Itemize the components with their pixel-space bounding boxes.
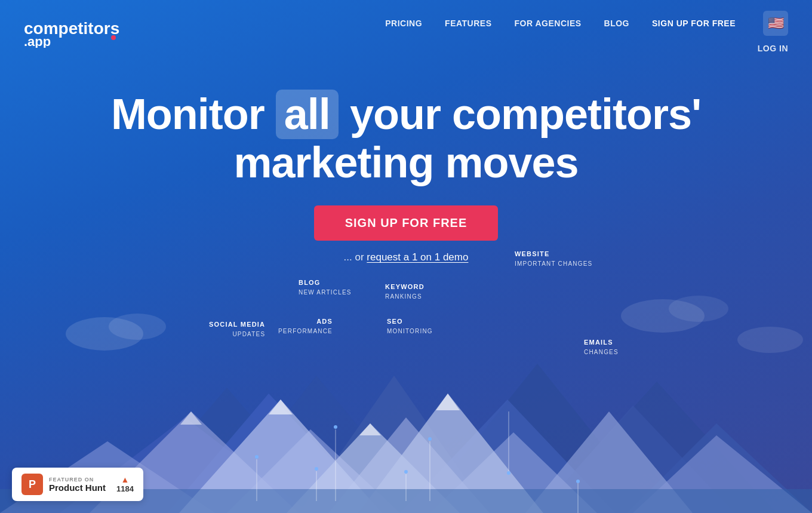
hero-title: Monitor all your competitors' marketing … xyxy=(0,90,812,186)
nav-pricing[interactable]: PRICING xyxy=(385,19,422,28)
ph-name: Product Hunt xyxy=(49,483,106,493)
svg-point-4 xyxy=(109,314,166,340)
nav-agencies[interactable]: FOR AGENCIES xyxy=(515,19,582,28)
ph-votes: ▲ 1184 xyxy=(116,475,134,493)
navbar: competitors .app PRICING FEATURES FOR AG… xyxy=(0,0,812,54)
ph-text: FEATURED ON Product Hunt xyxy=(49,477,106,493)
demo-link[interactable]: request a 1 on 1 demo xyxy=(367,251,468,263)
svg-marker-30 xyxy=(436,394,460,410)
label-website: WEBSITE IMPORTANT CHANGES xyxy=(515,249,592,268)
svg-point-34 xyxy=(334,425,337,429)
svg-point-44 xyxy=(507,471,510,475)
ph-icon: P xyxy=(21,474,43,495)
label-social: SOCIAL MEDIA UPDATES xyxy=(209,320,265,339)
label-ads: ADS PERFORMANCE xyxy=(278,317,333,336)
ph-featured-label: FEATURED ON xyxy=(49,477,106,483)
nav-blog[interactable]: BLOG xyxy=(604,19,629,28)
hero-subtext: ... or request a 1 on 1 demo xyxy=(0,251,812,263)
svg-point-46 xyxy=(576,480,580,483)
label-emails: EMAILS CHANGES xyxy=(584,337,619,357)
svg-point-7 xyxy=(737,327,803,353)
hero-section: Monitor all your competitors' marketing … xyxy=(0,54,812,263)
hero-title-prefix: Monitor xyxy=(111,90,264,138)
hero-cta-button[interactable]: SIGN UP FOR FREE xyxy=(314,205,499,241)
hero-title-line2: marketing moves xyxy=(233,139,578,186)
ph-vote-count: 1184 xyxy=(116,484,134,493)
product-hunt-badge[interactable]: P FEATURED ON Product Hunt ▲ 1184 xyxy=(12,468,143,501)
logo[interactable]: competitors .app xyxy=(24,15,119,50)
nav-login[interactable]: LOG IN xyxy=(758,44,788,53)
svg-point-2 xyxy=(111,35,116,40)
svg-point-36 xyxy=(255,455,259,459)
lang-button[interactable]: 🇺🇸 xyxy=(763,11,788,36)
ph-arrow-icon: ▲ xyxy=(121,475,130,484)
svg-point-40 xyxy=(428,437,432,441)
svg-point-42 xyxy=(404,470,408,474)
hero-title-suffix: your competitors' xyxy=(350,90,701,138)
label-blog: BLOG NEW ARTICLES xyxy=(299,278,352,297)
svg-point-38 xyxy=(315,467,318,471)
nav-features[interactable]: FEATURES xyxy=(445,19,491,28)
hero-title-highlight: all xyxy=(276,90,339,139)
svg-marker-31 xyxy=(180,411,202,425)
label-keyword: KEYWORD RANKINGS xyxy=(385,282,425,301)
svg-point-6 xyxy=(669,296,728,322)
svg-text:.app: .app xyxy=(24,34,51,48)
label-seo: SEO MONITORING xyxy=(387,317,433,336)
nav-signup[interactable]: SIGN UP FOR FREE xyxy=(652,19,736,28)
